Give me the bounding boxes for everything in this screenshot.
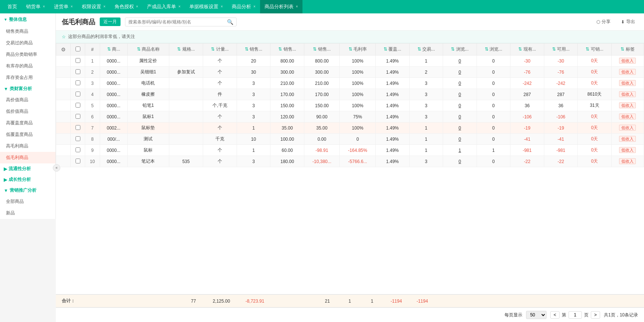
sidebar-item-low-margin[interactable]: 低毛利商品 — [0, 152, 55, 163]
col-coverage[interactable]: ⇅ 覆盖... — [376, 44, 410, 55]
row-trade-count: 3 — [409, 111, 443, 122]
close-icon[interactable]: × — [103, 0, 106, 13]
col-trade[interactable]: ⇅ 交易... — [409, 44, 443, 55]
nav-role-auth[interactable]: 角色授权 × — [110, 0, 143, 13]
col-settings[interactable]: ⚙ — [56, 44, 71, 55]
header-actions: ⬡ 分享 ⬇ 导出 — [593, 17, 638, 26]
close-icon[interactable]: × — [221, 0, 223, 13]
row-settings[interactable] — [56, 134, 71, 145]
row-checkbox[interactable] — [71, 67, 85, 78]
close-icon[interactable]: × — [71, 0, 73, 13]
row-browse1[interactable]: 0 — [443, 100, 477, 111]
row-browse1[interactable]: 0 — [443, 89, 477, 100]
col-name[interactable]: ⇅ 商品名称 — [128, 44, 169, 55]
share-button[interactable]: ⬡ 分享 — [593, 17, 613, 26]
sidebar-section-growth[interactable]: ▶ 成长性分析 — [0, 174, 55, 185]
col-saleable[interactable]: ⇅ 可销... — [578, 44, 612, 55]
period-button[interactable]: 近一月 — [100, 17, 121, 26]
close-icon[interactable]: × — [296, 0, 298, 13]
prev-page-button[interactable]: < — [550, 311, 560, 319]
row-browse1[interactable]: 1 — [443, 145, 477, 156]
row-browse1[interactable]: 0 — [443, 55, 477, 67]
row-browse1[interactable]: 0 — [443, 156, 477, 167]
next-page-button[interactable]: > — [591, 311, 600, 319]
close-icon[interactable]: × — [43, 0, 45, 13]
export-button[interactable]: ⬇ 导出 — [618, 17, 638, 26]
sidebar-item-high-value[interactable]: 高价值商品 — [0, 94, 55, 106]
col-sales-price[interactable]: ⇅ 销售... — [270, 44, 304, 55]
row-checkbox[interactable] — [71, 55, 85, 67]
col-current-stock[interactable]: ⇅ 现有... — [510, 44, 544, 55]
row-checkbox[interactable] — [71, 111, 85, 122]
row-browse1[interactable]: 0 — [443, 111, 477, 122]
row-checkbox[interactable] — [71, 100, 85, 111]
search-input[interactable] — [128, 19, 225, 25]
col-unit[interactable]: ⇅ 计量... — [203, 44, 237, 55]
sidebar-item-category-rate[interactable]: 商品分类助销率 — [0, 49, 55, 60]
col-spec[interactable]: ⇅ 规格... — [169, 44, 203, 55]
sidebar-item-stock-capital[interactable]: 库存资金占用 — [0, 72, 55, 83]
col-tag[interactable]: ⇅ 标签 — [611, 44, 644, 55]
sidebar-item-new-products[interactable]: 新品 — [0, 207, 55, 219]
col-sales-amount[interactable]: ⇅ 销售... — [304, 44, 340, 55]
col-code[interactable]: ⇅ 商... — [100, 44, 128, 55]
data-table-container[interactable]: ⚙ # ⇅ 商... ⇅ 商品名称 ⇅ 规格... ⇅ 计量... ⇅ 销售..… — [56, 43, 644, 294]
row-settings[interactable] — [56, 122, 71, 134]
select-all-checkbox[interactable] — [76, 47, 80, 51]
row-checkbox[interactable] — [71, 78, 85, 89]
sidebar-item-traded-products[interactable]: 交易过的商品 — [0, 37, 55, 49]
sidebar-section-overall[interactable]: ▼ 整体信息 — [0, 13, 55, 26]
nav-template-settings[interactable]: 单据模板设置 × — [185, 0, 227, 13]
row-code: 0000... — [100, 55, 128, 67]
row-checkbox[interactable] — [71, 145, 85, 156]
nav-purchase-order[interactable]: 进货单 × — [49, 0, 77, 13]
col-available[interactable]: ⇅ 可用... — [544, 44, 578, 55]
row-checkbox[interactable] — [71, 89, 85, 100]
row-saleable: 0天 — [578, 156, 612, 167]
nav-product-analysis-list[interactable]: 商品分析列表 × — [260, 0, 302, 13]
row-settings[interactable] — [56, 55, 71, 67]
sidebar-item-low-coverage[interactable]: 低覆盖度商品 — [0, 129, 55, 140]
footer-sales-qty — [120, 299, 182, 304]
row-settings[interactable] — [56, 111, 71, 122]
sidebar-item-all-products[interactable]: 全部商品 — [0, 196, 55, 207]
nav-home[interactable]: 首页 — [3, 0, 22, 13]
row-settings[interactable] — [56, 78, 71, 89]
sidebar-item-in-stock[interactable]: 有库存的商品 — [0, 60, 55, 72]
close-icon[interactable]: × — [136, 0, 138, 13]
sidebar-item-high-coverage[interactable]: 高覆盖度商品 — [0, 117, 55, 129]
col-browse1[interactable]: ⇅ 浏览... — [443, 44, 477, 55]
settings-icon[interactable]: ⚙ — [61, 47, 66, 52]
row-checkbox[interactable] — [71, 122, 85, 134]
nav-sales-order[interactable]: 销货单 × — [22, 0, 49, 13]
search-icon[interactable]: 🔍 — [227, 19, 233, 25]
nav-permissions[interactable]: 权限设置 × — [77, 0, 110, 13]
col-browse2[interactable]: ⇅ 浏览... — [477, 44, 510, 55]
sidebar-item-high-margin[interactable]: 高毛利商品 — [0, 140, 55, 152]
row-settings[interactable] — [56, 89, 71, 100]
row-browse1[interactable]: 0 — [443, 78, 477, 89]
sidebar-section-liquidity[interactable]: ▶ 流通性分析 — [0, 163, 55, 174]
sidebar-item-low-value[interactable]: 低价值商品 — [0, 106, 55, 117]
row-settings[interactable] — [56, 67, 71, 78]
sidebar-section-wealth[interactable]: ▼ 类财富分析 — [0, 83, 55, 94]
per-page-select[interactable]: 50 20 100 — [526, 311, 547, 319]
footer-browse2-val: 1 — [361, 299, 383, 304]
col-sales-qty[interactable]: ⇅ 销售... — [237, 44, 270, 55]
row-settings[interactable] — [56, 100, 71, 111]
sidebar-section-marketing[interactable]: ▼ 营销推广分析 — [0, 185, 55, 196]
page-input[interactable] — [568, 311, 582, 319]
sidebar-item-sales-products[interactable]: 销售类商品 — [0, 26, 55, 37]
nav-product-receipt[interactable]: 产成品入库单 × — [142, 0, 185, 13]
nav-product-analysis[interactable]: 商品分析 × — [227, 0, 260, 13]
row-browse1[interactable]: 0 — [443, 67, 477, 78]
row-checkbox[interactable] — [71, 134, 85, 145]
row-browse1[interactable]: 0 — [443, 134, 477, 145]
row-browse1[interactable]: 0 — [443, 122, 477, 134]
close-icon[interactable]: × — [178, 0, 180, 13]
row-settings[interactable] — [56, 145, 71, 156]
sidebar-collapse-button[interactable]: « — [53, 164, 60, 172]
close-icon[interactable]: × — [253, 0, 256, 13]
row-checkbox[interactable] — [71, 156, 85, 167]
col-gross-rate[interactable]: ⇅ 毛利率 — [340, 44, 376, 55]
